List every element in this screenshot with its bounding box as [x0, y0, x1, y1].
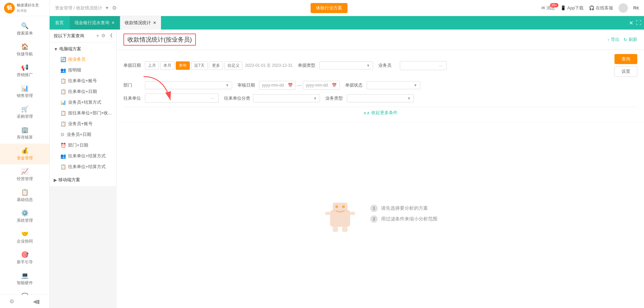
operation-icon: 📈	[21, 168, 29, 175]
footer-settings-btn[interactable]: ⚙	[9, 298, 14, 305]
tab-close-all-icon[interactable]: ✕	[629, 20, 633, 26]
scheme-section-desktop-title[interactable]: ▼ 电脑端方案	[50, 44, 116, 54]
salesperson-settlement-icon: 📊	[60, 100, 66, 105]
empty-illustration	[323, 197, 357, 235]
sidebar-item-operation[interactable]: 📈 经营管理	[0, 164, 49, 185]
svg-rect-1	[330, 210, 350, 227]
sidebar-item-purchase[interactable]: 🛒 采购管理	[0, 102, 49, 123]
date-tab-custom[interactable]: 自定义	[224, 61, 243, 70]
tab-bank[interactable]: 现金银行流水查询 ✕	[70, 16, 119, 30]
scheme-item-counterpart-dept[interactable]: 📋 按往来单位+部门+收...	[50, 108, 116, 118]
section-arrow-icon: ▼	[54, 47, 58, 52]
scheme-add-btn[interactable]: +	[96, 33, 99, 39]
refresh-icon: ↻	[624, 37, 627, 42]
scheme-settings-btn[interactable]: ⚙	[101, 33, 106, 39]
scheme-item-by-detail[interactable]: 👥 按明细	[50, 65, 116, 75]
business-type-select[interactable]: ▼	[347, 94, 414, 102]
doc-type-select[interactable]: ▼	[319, 61, 373, 69]
corp-icon: 🤝	[21, 230, 29, 238]
sidebar-item-newbie[interactable]: 🎯 新手引导	[0, 248, 49, 268]
date-tab-this-year[interactable]: 本年	[176, 61, 190, 70]
sidebar-item-label: 新手引导	[17, 259, 33, 265]
counterpart-settlement1-icon: 👥	[60, 153, 66, 159]
tab-bank-label: 现金银行流水查询	[74, 20, 109, 26]
review-date-start-input[interactable]: yyyy-mm-dd 📅	[259, 81, 296, 90]
scheme-item-salesperson-date[interactable]: ⚙ 业务员+日期	[50, 129, 116, 140]
doc-status-field: 单据状态 ▼	[345, 81, 420, 89]
sidebar-item-wechat[interactable]: 💬 企业微信	[0, 289, 49, 295]
content-area: 按以下方案查询 + ⚙ 《 ▼ 电脑端方案 🔄 按业务员	[50, 30, 644, 308]
scheme-item-counterpart-settlement1[interactable]: 👥 往来单位+结算方式	[50, 151, 116, 161]
sidebar-item-system[interactable]: ⚙️ 系统管理	[0, 206, 49, 227]
date-range-text: 2023-01-01 至 2023-12-31	[245, 63, 292, 68]
detail-scheme-icon: 👥	[60, 67, 66, 73]
settings-button[interactable]: 设置	[614, 66, 637, 77]
online-service-btn[interactable]: 🎧 在线客服	[589, 5, 613, 11]
scheme-item-label: 往来单位+结算方式	[68, 164, 106, 170]
sidebar: 畅 畅捷通好生意 标准版 🔍 搜索菜单 🏠 快捷导航 📢 营销推广 📊 销售管理…	[0, 0, 50, 308]
sidebar-item-label: 采购管理	[17, 114, 33, 119]
right-content: 收款情况统计(按业务员) ↑ 导出 ↻ 刷新 单据日期	[117, 30, 644, 308]
date-tab-last-month[interactable]: 上月	[145, 61, 159, 70]
sidebar-item-search[interactable]: 🔍 搜索菜单	[0, 19, 49, 40]
counterpart-select[interactable]: ···	[145, 94, 219, 103]
counterpart-more-btn[interactable]: ···	[209, 96, 216, 101]
date-tab-more[interactable]: 更多	[209, 61, 223, 70]
refresh-btn[interactable]: ↻ 刷新	[624, 37, 637, 43]
collapse-more-conditions-btn[interactable]: ∧∧ 收起更多条件	[123, 107, 637, 118]
scheme-item-by-salesperson[interactable]: 🔄 按业务员	[50, 54, 116, 65]
scheme-collapse-btn[interactable]: 《	[108, 33, 112, 39]
footer-collapse-btn[interactable]: ◀▮	[33, 298, 40, 305]
counterpart-category-select[interactable]: ▼	[253, 94, 320, 102]
scheme-item-label: 业务员+日期	[67, 132, 91, 138]
user-avatar[interactable]	[619, 3, 628, 13]
counterpart-category-field: 往来单位分类 ▼	[224, 94, 320, 102]
scheme-section-mobile-title[interactable]: ▶ 移动端方案	[50, 175, 116, 185]
sidebar-item-quicknav[interactable]: 🏠 快捷导航	[0, 40, 49, 60]
scheme-item-label: 往来单位+账号	[68, 78, 97, 84]
demo-button[interactable]: 体验行业方案	[311, 3, 347, 13]
export-btn[interactable]: ↑ 导出	[607, 37, 620, 43]
sidebar-item-label: 企业协同	[17, 239, 33, 244]
scheme-item-counterpart-account[interactable]: 📋 往来单位+账号	[50, 75, 116, 86]
doc-status-select[interactable]: ▼	[367, 81, 420, 89]
salesperson-select[interactable]: ···	[400, 61, 447, 70]
breadcrumb-dropdown-icon[interactable]: ▼	[105, 5, 109, 10]
export-label: 导出	[611, 37, 620, 43]
tab-home[interactable]: 首页	[50, 16, 69, 30]
scheme-item-counterpart-settlement2[interactable]: 📋 往来单位+结算方式	[50, 161, 116, 172]
logo-icon: 畅	[4, 3, 15, 13]
message-btn[interactable]: ✉ 消息 99+	[541, 5, 555, 11]
tab-collection-close-icon[interactable]: ✕	[153, 20, 156, 25]
query-button[interactable]: 查询	[614, 54, 637, 64]
tab-collection[interactable]: 收款情况统计 ✕	[120, 16, 161, 30]
header-settings-icon[interactable]: ⚙	[112, 5, 117, 11]
scheme-item-salesperson-settlement[interactable]: 📊 业务员+结算方式	[50, 97, 116, 108]
salesperson-scheme-icon: 🔄	[60, 57, 66, 62]
tab-bank-close-icon[interactable]: ✕	[111, 20, 115, 25]
svg-rect-7	[325, 212, 330, 215]
search-icon: 🔍	[21, 22, 29, 30]
date-tab-this-month[interactable]: 本月	[160, 61, 174, 70]
scheme-item-counterpart-date[interactable]: 📋 往来单位+日期	[50, 86, 116, 97]
empty-step-1: 1 请先选择要分析的方案	[370, 205, 437, 212]
scheme-section-mobile: ▶ 移动端方案	[50, 173, 116, 186]
sidebar-item-label: 经营管理	[17, 176, 33, 182]
sidebar-item-marketing[interactable]: 📢 营销推广	[0, 60, 49, 81]
sidebar-item-corp[interactable]: 🤝 企业协同	[0, 227, 49, 248]
salesperson-more-btn[interactable]: ···	[437, 63, 444, 68]
sidebar-item-finance[interactable]: 💰 资金管理	[0, 144, 49, 164]
search-row-1: 单据日期 上月 本月 本年 近7天 更多 自定义 2023-01-01 至 20…	[123, 54, 637, 77]
sidebar-item-basic[interactable]: 📋 基础信息	[0, 185, 49, 206]
dept-select[interactable]: ▼	[145, 81, 232, 89]
sidebar-item-hardware[interactable]: 💻 智能硬件	[0, 268, 49, 289]
sidebar-item-label: 库存核算	[17, 135, 33, 140]
app-download-btn[interactable]: 📱 App下载	[560, 5, 584, 11]
date-tab-last7[interactable]: 近7天	[191, 61, 208, 70]
tab-expand-icon[interactable]: ⛶	[636, 20, 641, 26]
sidebar-item-sales[interactable]: 📊 销售管理	[0, 81, 49, 102]
scheme-item-dept-date[interactable]: ⏰ 部门+日期	[50, 140, 116, 151]
review-date-end-input[interactable]: yyyy-mm-dd 📅	[303, 81, 340, 90]
scheme-item-salesperson-account[interactable]: 📋 业务员+账号	[50, 118, 116, 129]
sidebar-item-inventory[interactable]: 🏢 库存核算	[0, 123, 49, 144]
